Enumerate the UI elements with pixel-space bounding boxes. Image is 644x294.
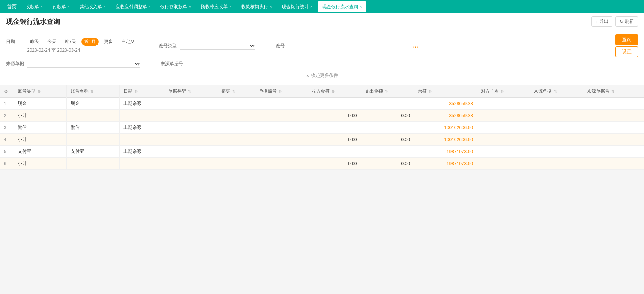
cell-summary	[217, 134, 255, 146]
source-doc-no-label: 来源单据号	[161, 61, 183, 67]
cell-account-name: 支付宝	[66, 146, 119, 158]
date-opt-custom[interactable]: 自定义	[118, 38, 138, 46]
filter-row-2: 来源单据 ▾ 来源单据号	[6, 60, 638, 68]
table-row: 5 支付宝 支付宝 上期余额 19871073.60	[0, 146, 644, 158]
cell-account-type: 小计	[14, 110, 66, 122]
nav-close-6[interactable]: ×	[270, 5, 272, 9]
th-balance[interactable]: 余额 ⇅	[414, 85, 477, 98]
cell-income: 0.00	[308, 158, 361, 170]
th-source-doc[interactable]: 来源单据 ⇅	[530, 85, 583, 98]
cell-doc-type	[164, 122, 217, 134]
nav-close-2[interactable]: ×	[104, 5, 106, 9]
th-account-type[interactable]: 账号类型 ⇅	[14, 85, 66, 98]
cell-account-name	[66, 158, 119, 170]
th-doc-type[interactable]: 单据类型 ⇅	[164, 85, 217, 98]
nav-tab-0[interactable]: 收款单 ×	[21, 1, 47, 12]
cell-source-doc-no	[583, 158, 644, 170]
nav-tab-4[interactable]: 银行存取款单 ×	[156, 1, 195, 12]
nav-tab-6[interactable]: 收款核销执行 ×	[237, 1, 276, 12]
nav-home[interactable]: 首页	[3, 3, 20, 10]
date-opt-today[interactable]: 今天	[44, 38, 59, 46]
nav-tab-8[interactable]: 现金银行流水查询 ×	[318, 1, 366, 12]
date-opt-more[interactable]: 更多	[101, 38, 116, 46]
refresh-button[interactable]: ↻ 刷新	[615, 16, 638, 27]
cell-doc-type	[164, 110, 217, 122]
table-row: 6 小计 0.00 0.00 19871073.60	[0, 158, 644, 170]
source-doc-select[interactable]	[27, 60, 140, 68]
sort-doc-type-icon: ⇅	[188, 89, 191, 93]
cell-date: 上期余额	[120, 146, 164, 158]
filter-area: 日期 昨天 今天 近7天 近1月 更多 自定义 2023-02-24 至 202…	[0, 30, 644, 85]
cell-doc-no	[255, 134, 308, 146]
cell-doc-no	[255, 158, 308, 170]
cell-date	[120, 134, 164, 146]
nav-close-1[interactable]: ×	[68, 5, 70, 9]
sort-source-doc-no-icon: ⇅	[611, 89, 614, 93]
nav-tab-2[interactable]: 其他收入单 ×	[75, 1, 110, 12]
th-expense[interactable]: 支出金额 ⇅	[361, 85, 414, 98]
nav-tab-1[interactable]: 付款单 ×	[48, 1, 74, 12]
th-source-doc-no[interactable]: 来源单据号 ⇅	[583, 85, 644, 98]
th-doc-no[interactable]: 单据编号 ⇅	[255, 85, 308, 98]
nav-tab-label-4: 银行存取款单	[160, 4, 187, 10]
nav-close-4[interactable]: ×	[189, 5, 191, 9]
th-date[interactable]: 日期 ⇅	[120, 85, 164, 98]
table-body: 1 现金 现金 上期余额 -3528659.33 2 小计 0.00 0.00 …	[0, 98, 644, 170]
th-summary[interactable]: 摘要 ⇅	[217, 85, 255, 98]
account-dots-button[interactable]: ...	[411, 42, 419, 49]
nav-tab-3[interactable]: 应收应付调整单 ×	[111, 1, 155, 12]
nav-close-8[interactable]: ×	[360, 5, 362, 9]
account-label: 账号	[276, 43, 294, 49]
cell-source-doc-no	[583, 110, 644, 122]
th-source-doc-no-label: 来源单据号	[587, 88, 609, 94]
cell-account-name: 微信	[66, 122, 119, 134]
cell-date: 上期余额	[120, 122, 164, 134]
account-input[interactable]	[297, 42, 409, 49]
table-row: 4 小计 0.00 0.00 100102606.60	[0, 134, 644, 146]
nav-close-0[interactable]: ×	[41, 5, 43, 9]
date-opt-1month[interactable]: 近1月	[81, 38, 99, 46]
nav-tab-label-8: 现金银行流水查询	[322, 4, 358, 10]
cell-income	[308, 146, 361, 158]
settings-button[interactable]: 设置	[615, 46, 638, 57]
nav-close-3[interactable]: ×	[149, 5, 151, 9]
cell-account-name: 现金	[66, 98, 119, 110]
cell-counterparty	[477, 122, 530, 134]
collapse-icon: ∧	[306, 73, 309, 78]
row-num: 3	[0, 122, 14, 134]
cell-summary	[217, 122, 255, 134]
cell-summary	[217, 110, 255, 122]
table-row: 1 现金 现金 上期余额 -3528659.33	[0, 98, 644, 110]
th-source-doc-label: 来源单据	[534, 88, 552, 94]
cell-source-doc-no	[583, 122, 644, 134]
account-type-select[interactable]	[180, 42, 255, 50]
cell-date	[120, 110, 164, 122]
collapse-label: 收起更多条件	[311, 72, 338, 79]
gear-icon[interactable]: ⚙	[4, 89, 8, 94]
th-counterparty-label: 对方户名	[481, 88, 499, 94]
table-wrapper: ⚙ 账号类型 ⇅ 账号名称 ⇅ 日期 ⇅ 单据类型 ⇅	[0, 85, 644, 170]
th-income[interactable]: 收入金额 ⇅	[308, 85, 361, 98]
nav-tab-7[interactable]: 现金银行统计 ×	[277, 1, 317, 12]
date-label: 日期	[6, 39, 25, 45]
sort-account-type-icon: ⇅	[38, 89, 41, 93]
export-button[interactable]: ↑ 导出	[591, 16, 612, 27]
cell-counterparty	[477, 98, 530, 110]
sort-source-doc-icon: ⇅	[554, 89, 557, 93]
header-actions: ↑ 导出 ↻ 刷新	[591, 16, 638, 27]
cell-summary	[217, 146, 255, 158]
nav-tab-5[interactable]: 预收冲应收单 ×	[196, 1, 236, 12]
cell-source-doc	[530, 110, 583, 122]
date-opt-yesterday[interactable]: 昨天	[27, 38, 42, 46]
query-button[interactable]: 查询	[615, 34, 638, 45]
collapse-bar[interactable]: ∧ 收起更多条件	[6, 71, 638, 80]
cell-expense	[361, 98, 414, 110]
nav-close-5[interactable]: ×	[229, 5, 231, 9]
source-doc-no-input[interactable]	[185, 60, 298, 67]
th-counterparty[interactable]: 对方户名 ⇅	[477, 85, 530, 98]
cell-source-doc	[530, 158, 583, 170]
nav-close-7[interactable]: ×	[310, 5, 312, 9]
th-account-name[interactable]: 账号名称 ⇅	[66, 85, 119, 98]
cell-account-name	[66, 110, 119, 122]
date-opt-7days[interactable]: 近7天	[62, 38, 79, 46]
